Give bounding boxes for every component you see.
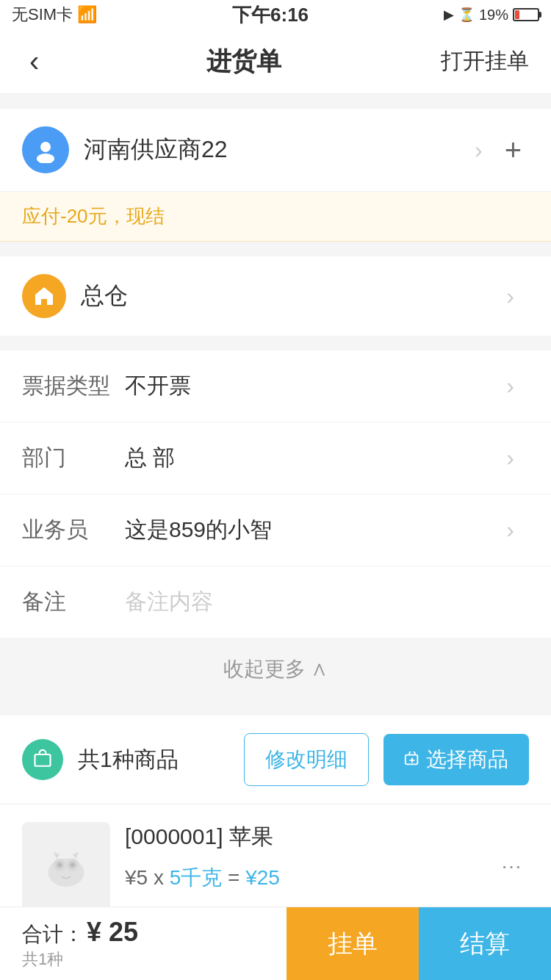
total-amount: ¥ 25 (87, 917, 138, 948)
total-count: 共1种 (22, 948, 264, 970)
signal-text: 无SIM卡 (12, 4, 73, 26)
edit-detail-button[interactable]: 修改明细 (244, 733, 369, 786)
product-header: 共1种商品 修改明细 选择商品 (0, 716, 551, 804)
supplier-chevron-icon: › (475, 137, 483, 164)
product-price: ¥5 x 5千克 = ¥25 (125, 864, 479, 892)
salesman-chevron-icon: › (506, 516, 514, 544)
remark-row[interactable]: 备注 备注内容 (0, 566, 551, 638)
product-thumb-icon (40, 840, 92, 892)
warehouse-chevron-icon: › (506, 283, 514, 310)
salesman-row[interactable]: 业务员 这是859的小智 › (0, 494, 551, 566)
user-icon (32, 137, 59, 163)
bottom-bar: 合计： ¥ 25 共1种 挂单 结算 (0, 907, 551, 980)
supplier-section: 河南供应商22 › + 应付-20元，现结 (0, 109, 551, 242)
product-count-icon (22, 739, 63, 780)
invoice-label: 票据类型 (22, 371, 125, 401)
total-section: 合计： ¥ 25 共1种 (0, 907, 287, 980)
invoice-chevron-icon: › (506, 372, 514, 400)
add-supplier-button[interactable]: + (497, 134, 529, 167)
svg-point-0 (40, 142, 51, 152)
supplier-alert: 应付-20元，现结 (0, 192, 551, 242)
main-content: 河南供应商22 › + 应付-20元，现结 总仓 › 票据类型 不开票 › 部门… (0, 94, 551, 980)
quantity-value: 5千克 (170, 866, 223, 889)
product-details: [0000001] 苹果 ¥5 x 5千克 = ¥25 (125, 822, 479, 892)
remark-input[interactable]: 备注内容 (125, 587, 529, 617)
dept-label: 部门 (22, 443, 125, 473)
checkout-button[interactable]: 结算 (419, 907, 551, 980)
salesman-value: 这是859的小智 (125, 515, 506, 545)
svg-point-9 (58, 863, 62, 867)
invoice-value: 不开票 (125, 371, 506, 401)
page-title: 进货单 (206, 45, 281, 79)
status-right: ▶ ⏳ 19% (444, 7, 539, 24)
product-more-button[interactable]: ⋯ (494, 854, 529, 879)
remark-label: 备注 (22, 587, 125, 617)
warehouse-name: 总仓 (81, 280, 506, 312)
supplier-row[interactable]: 河南供应商22 › + (0, 109, 551, 192)
invoice-row[interactable]: 票据类型 不开票 › (0, 350, 551, 422)
svg-point-10 (71, 863, 74, 867)
status-left: 无SIM卡 📶 (12, 4, 97, 26)
product-title: 苹果 (229, 824, 273, 849)
open-pending-button[interactable]: 打开挂单 (441, 46, 529, 76)
status-bar: 无SIM卡 📶 下午6:16 ▶ ⏳ 19% (0, 0, 551, 29)
price-value: ¥5 (125, 866, 148, 889)
collapse-bar[interactable]: 收起更多 ∧ (0, 638, 551, 701)
svg-point-4 (48, 859, 84, 887)
battery-pct: 19% (479, 7, 508, 24)
warehouse-icon (22, 274, 66, 318)
equals-sign: = (228, 866, 245, 889)
form-section: 票据类型 不开票 › 部门 总 部 › 业务员 这是859的小智 › 备注 备注… (0, 350, 551, 638)
nav-bar: ‹ 进货单 打开挂单 (0, 29, 551, 94)
warehouse-row[interactable]: 总仓 › (0, 256, 551, 336)
salesman-label: 业务员 (22, 515, 125, 545)
product-id: [0000001] (125, 824, 223, 849)
select-product-button[interactable]: 选择商品 (383, 734, 529, 785)
product-count-text: 共1种商品 (78, 745, 229, 775)
svg-rect-2 (35, 754, 51, 766)
supplier-name: 河南供应商22 (84, 134, 475, 166)
time-display: 下午6:16 (232, 2, 309, 28)
svg-point-1 (37, 154, 54, 163)
cart-icon (32, 749, 53, 770)
location-icon: ▶ (444, 7, 454, 23)
select-product-label: 选择商品 (426, 746, 508, 774)
dept-chevron-icon: › (506, 444, 514, 472)
product-name: [0000001] 苹果 (125, 822, 479, 852)
dept-value: 总 部 (125, 443, 506, 473)
product-thumbnail (22, 822, 110, 910)
total-label: 合计： (22, 920, 84, 948)
price-separator: x (154, 866, 170, 889)
dept-row[interactable]: 部门 总 部 › (0, 422, 551, 494)
battery-icon (513, 8, 539, 21)
home-icon (32, 284, 56, 308)
pending-button[interactable]: 挂单 (287, 907, 419, 980)
cart-add-icon (404, 752, 420, 768)
warehouse-section: 总仓 › (0, 256, 551, 336)
total-value: ¥25 (245, 866, 280, 889)
back-button[interactable]: ‹ (22, 37, 46, 85)
wifi-icon: 📶 (77, 5, 97, 24)
alarm-icon: ⏳ (458, 7, 475, 23)
supplier-avatar (22, 126, 69, 173)
gap-1 (0, 94, 551, 109)
